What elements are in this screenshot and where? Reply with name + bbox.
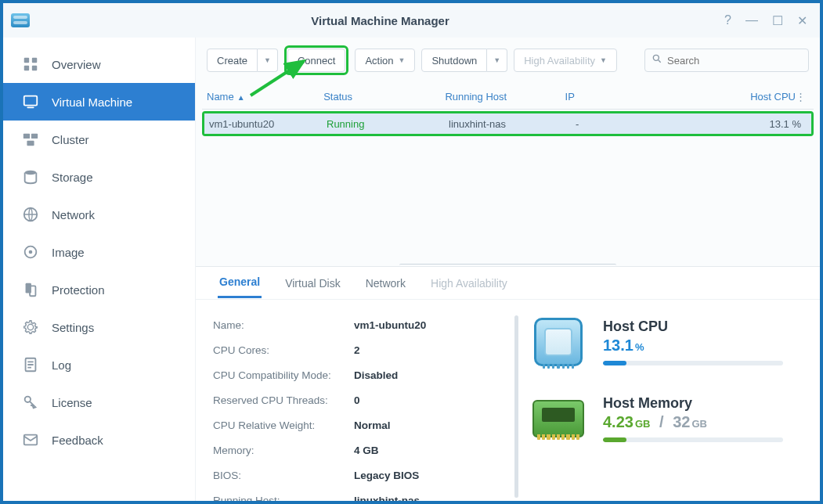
host-memory-label: Host Memory — [603, 395, 783, 412]
sidebar-item-label: Overview — [52, 58, 101, 71]
sidebar-item-log[interactable]: Log — [3, 346, 195, 383]
col-running-host[interactable]: Running Host — [445, 91, 565, 103]
sidebar-item-license[interactable]: License — [3, 383, 195, 421]
svg-rect-0 — [24, 58, 29, 63]
sidebar-item-cluster[interactable]: Cluster — [3, 121, 195, 158]
minimize-button[interactable]: — — [745, 13, 758, 28]
svg-rect-3 — [32, 66, 37, 70]
sidebar-item-network[interactable]: Network — [3, 196, 195, 233]
row-highlight-annotation: vm1-ubuntu20 Running linuxhint-nas - 13.… — [202, 111, 814, 136]
memory-icon — [531, 394, 586, 444]
host-cpu-label: Host CPU — [603, 319, 783, 335]
create-dropdown-button[interactable]: ▼ — [258, 49, 278, 72]
host-cpu-value: 13.1% — [603, 337, 783, 355]
log-icon — [22, 356, 39, 373]
host-stats: Host CPU 13.1% Host Memory 4.23GB — [531, 312, 803, 501]
sidebar: Overview Virtual Machine Cluster Storage… — [3, 38, 196, 501]
host-memory-value: 4.23GB / 32GB — [603, 413, 783, 431]
table-header: Name▲ Status Running Host IP Host CPU ⋮ — [202, 85, 814, 110]
host-cpu-stat: Host CPU 13.1% — [531, 317, 803, 367]
sidebar-item-image[interactable]: Image — [3, 233, 195, 271]
gear-icon — [22, 319, 39, 336]
sidebar-item-protection[interactable]: Protection — [3, 271, 195, 308]
app-icon — [11, 13, 30, 27]
table-row[interactable]: vm1-ubuntu20 Running linuxhint-nas - 13.… — [204, 113, 811, 134]
overview-icon — [22, 56, 39, 73]
svg-point-18 — [653, 55, 659, 60]
svg-rect-6 — [23, 134, 30, 139]
svg-rect-1 — [32, 58, 37, 63]
kv-row: Name:vm1-ubuntu20 — [213, 312, 518, 337]
cell-host: linuxhint-nas — [449, 118, 569, 130]
cell-status: Running — [327, 118, 449, 130]
chevron-down-icon: ▼ — [399, 56, 406, 64]
network-icon — [22, 206, 39, 223]
connect-highlight-annotation: Connect — [284, 45, 348, 75]
window-title: Virtual Machine Manager — [36, 14, 724, 27]
feedback-icon — [22, 431, 39, 448]
sidebar-item-label: Virtual Machine — [52, 95, 132, 109]
window-controls: ? — ☐ ✕ — [724, 13, 812, 28]
kv-row: CPU Compatibility Mode:Disabled — [213, 362, 518, 387]
main-panel: Create ▼ Connect Action▼ Shutdown ▼ High… — [196, 38, 820, 501]
help-button[interactable]: ? — [724, 13, 731, 28]
host-memory-stat: Host Memory 4.23GB / 32GB — [531, 394, 803, 444]
general-properties: Name:vm1-ubuntu20 CPU Cores:2 CPU Compat… — [213, 312, 518, 501]
sidebar-item-overview[interactable]: Overview — [3, 45, 195, 83]
close-button[interactable]: ✕ — [797, 13, 807, 28]
vm-table: Name▲ Status Running Host IP Host CPU ⋮ … — [202, 85, 814, 136]
sidebar-item-feedback[interactable]: Feedback — [3, 421, 195, 459]
shutdown-dropdown-button[interactable]: ▼ — [487, 49, 507, 72]
app-window: Virtual Machine Manager ? — ☐ ✕ Overview… — [0, 0, 823, 504]
sidebar-item-label: Cluster — [52, 133, 89, 146]
vm-icon — [22, 93, 39, 110]
chevron-down-icon: ▼ — [493, 56, 500, 64]
storage-icon — [22, 168, 39, 185]
sort-asc-icon: ▲ — [237, 93, 245, 102]
high-availability-button[interactable]: High Availability▼ — [514, 49, 617, 72]
connect-button[interactable]: Connect — [287, 49, 345, 72]
toolbar: Create ▼ Connect Action▼ Shutdown ▼ High… — [196, 38, 820, 83]
action-button[interactable]: Action▼ — [355, 49, 415, 72]
cluster-icon — [22, 131, 39, 148]
search-box[interactable] — [644, 49, 809, 72]
tab-virtual-disk[interactable]: Virtual Disk — [283, 269, 342, 297]
svg-point-16 — [25, 397, 31, 402]
sidebar-item-label: Protection — [52, 283, 105, 297]
detail-tabs: General Virtual Disk Network High Availa… — [196, 267, 820, 300]
shutdown-button-group: Shutdown ▼ — [421, 49, 507, 72]
col-name[interactable]: Name▲ — [207, 91, 323, 103]
sidebar-item-label: License — [52, 396, 92, 409]
search-input[interactable] — [667, 55, 802, 67]
host-cpu-bar — [603, 361, 783, 365]
kv-row: BIOS:Legacy BIOS — [213, 463, 518, 488]
titlebar: Virtual Machine Manager ? — ☐ ✕ — [3, 3, 820, 38]
chevron-down-icon: ▼ — [264, 56, 271, 64]
tab-general[interactable]: General — [218, 268, 262, 298]
kv-row: Reserved CPU Threads:0 — [213, 387, 518, 412]
svg-rect-8 — [27, 141, 34, 146]
image-icon — [22, 243, 39, 261]
sidebar-item-storage[interactable]: Storage — [3, 158, 195, 196]
tab-network[interactable]: Network — [364, 269, 407, 297]
svg-rect-4 — [24, 96, 38, 106]
cell-name: vm1-ubuntu20 — [209, 118, 327, 130]
sidebar-item-virtual-machine[interactable]: Virtual Machine — [3, 83, 195, 121]
search-icon — [652, 53, 662, 67]
cell-cpu: 13.1 % — [691, 118, 801, 130]
tab-high-availability[interactable]: High Availability — [429, 269, 509, 297]
col-status[interactable]: Status — [323, 91, 445, 103]
sidebar-item-settings[interactable]: Settings — [3, 308, 195, 346]
svg-rect-7 — [31, 134, 38, 139]
maximize-button[interactable]: ☐ — [772, 13, 783, 28]
license-icon — [22, 394, 39, 411]
create-button[interactable]: Create — [207, 49, 258, 72]
column-picker-button[interactable]: ⋮ — [796, 91, 809, 103]
sidebar-item-label: Log — [52, 358, 71, 372]
col-host-cpu[interactable]: Host CPU — [687, 91, 796, 103]
kv-row: CPU Relative Weight:Normal — [213, 412, 518, 437]
shutdown-button[interactable]: Shutdown — [421, 49, 487, 72]
col-ip[interactable]: IP — [565, 91, 687, 103]
chevron-down-icon: ▼ — [600, 56, 607, 64]
sidebar-item-label: Feedback — [52, 434, 103, 447]
